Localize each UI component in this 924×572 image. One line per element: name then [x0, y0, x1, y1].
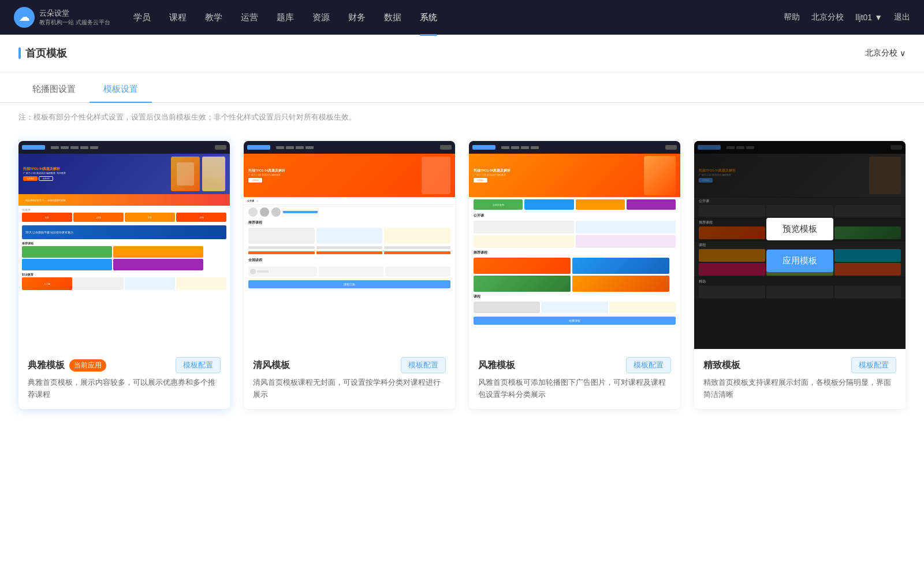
nav-item-courses[interactable]: 课程	[169, 10, 187, 25]
template-footer-4: 精致模板 模板配置 精致首页模板支持课程展示封面，各模板分隔明显，界面简洁清晰	[694, 349, 906, 409]
template-footer-3: 风雅模板 模板配置 风雅首页模板可添加轮播图下广告图片，可对课程及课程包设置学科…	[469, 349, 680, 409]
page-title: 首页模板	[18, 46, 67, 60]
current-badge-1: 当前应用	[69, 359, 106, 372]
logo-text: 云朵设堂 教育机构一站 式服务云平台	[39, 9, 110, 26]
main-nav: 学员 课程 教学 运营 题库 资源 财务 数据 系统	[133, 10, 784, 25]
nav-item-operations[interactable]: 运营	[241, 10, 258, 25]
help-link[interactable]: 帮助	[784, 12, 800, 23]
config-button-1[interactable]: 模板配置	[176, 357, 221, 373]
config-button-2[interactable]: 模板配置	[401, 357, 446, 373]
template-preview-3[interactable]: 托福TPO1-54真题及解析 广 听力 口语 英语语法 编程教育 立即购买 全科…	[469, 141, 680, 349]
navbar: ☁ 云朵设堂 教育机构一站 式服务云平台 学员 课程 教学 运营 题库 资源 财…	[0, 0, 924, 35]
apply-button-4[interactable]: 应用模板	[766, 250, 833, 272]
chevron-down-icon: ∨	[900, 49, 906, 58]
template-grid: 托福TPO1-54真题及解析 广 听力 口语 英语语法 编程教育 写作教育 立即…	[0, 132, 924, 432]
template-preview-1[interactable]: 托福TPO1-54真题及解析 广 听力 口语 英语语法 编程教育 写作教育 立即…	[18, 141, 230, 349]
branch-selector[interactable]: 北京分校 ∨	[865, 48, 906, 58]
nav-item-system[interactable]: 系统	[420, 10, 437, 25]
template-desc-4: 精致首页模板支持课程展示封面，各模板分隔明显，界面简洁清晰	[703, 377, 896, 401]
tab-template[interactable]: 模板设置	[90, 77, 152, 103]
template-card-3: 托福TPO1-54真题及解析 广 听力 口语 英语语法 编程教育 立即购买 全科…	[469, 141, 680, 409]
nav-item-data[interactable]: 数据	[384, 10, 401, 25]
user-menu[interactable]: lljt01 ▼	[855, 13, 882, 22]
template-desc-1: 典雅首页模板，展示内容较多，可以展示优惠券和多个推荐课程	[28, 377, 221, 401]
page-header: 首页模板 北京分校 ∨	[0, 35, 924, 72]
template-preview-2[interactable]: 托福TPO1-54真题及解析 广 听力 口语 英语语法 编程教育 立即购买 公开…	[244, 141, 455, 349]
mock-preview-3: 托福TPO1-54真题及解析 广 听力 口语 英语语法 编程教育 立即购买 全科…	[469, 141, 680, 349]
template-footer-1: 典雅模板 当前应用 模板配置 典雅首页模板，展示内容较多，可以展示优惠券和多个推…	[18, 349, 230, 409]
template-desc-2: 清风首页模板课程无封面，可设置按学科分类对课程进行展示	[253, 377, 446, 401]
template-preview-4[interactable]: 托福TPO1-54真题及解析 广 听力 口语 英语语法 编程教育 立即购买 公开…	[694, 141, 906, 349]
branch-link[interactable]: 北京分校	[811, 12, 844, 23]
note-bar: 注：模板有部分个性化样式设置，设置后仅当前模板生效；非个性化样式设置后只针对所有…	[0, 103, 924, 132]
nav-item-finance[interactable]: 财务	[348, 10, 366, 25]
template-desc-3: 风雅首页模板可添加轮播图下广告图片，可对课程及课程包设置学科分类展示	[478, 377, 671, 401]
template-card-1: 托福TPO1-54真题及解析 广 听力 口语 英语语法 编程教育 写作教育 立即…	[18, 141, 230, 409]
config-button-3[interactable]: 模板配置	[626, 357, 671, 373]
template-name-4: 精致模板	[703, 359, 740, 372]
page-container: 首页模板 北京分校 ∨ 轮播图设置 模板设置 注：模板有部分个性化样式设置，设置…	[0, 35, 924, 572]
config-button-4[interactable]: 模板配置	[851, 357, 896, 373]
logout-link[interactable]: 退出	[894, 12, 910, 23]
navbar-right: 帮助 北京分校 lljt01 ▼ 退出	[784, 12, 910, 23]
nav-item-teaching[interactable]: 教学	[205, 10, 222, 25]
template-name-3: 风雅模板	[478, 359, 515, 372]
nav-item-resources[interactable]: 资源	[312, 10, 330, 25]
logo[interactable]: ☁ 云朵设堂 教育机构一站 式服务云平台	[14, 7, 110, 28]
template-card-2: 托福TPO1-54真题及解析 广 听力 口语 英语语法 编程教育 立即购买 公开…	[244, 141, 455, 409]
template-name-2: 清风模板	[253, 359, 290, 372]
nav-item-students[interactable]: 学员	[133, 10, 151, 25]
mock-preview-1: 托福TPO1-54真题及解析 广 听力 口语 英语语法 编程教育 写作教育 立即…	[18, 141, 230, 349]
preview-button-4[interactable]: 预览模板	[766, 218, 833, 240]
mock-preview-2: 托福TPO1-54真题及解析 广 听力 口语 英语语法 编程教育 立即购买 公开…	[244, 141, 455, 349]
logo-icon: ☁	[14, 7, 35, 28]
template-name-1: 典雅模板	[28, 359, 65, 372]
tab-carousel[interactable]: 轮播图设置	[18, 77, 90, 103]
template-card-4: 托福TPO1-54真题及解析 广 听力 口语 英语语法 编程教育 立即购买 公开…	[694, 141, 906, 409]
template-footer-2: 清风模板 模板配置 清风首页模板课程无封面，可设置按学科分类对课程进行展示	[244, 349, 455, 409]
tabs-bar: 轮播图设置 模板设置	[0, 77, 924, 103]
template-active-overlay-4: 预览模板 应用模板	[694, 141, 906, 349]
note-text: 注：模板有部分个性化样式设置，设置后仅当前模板生效；非个性化样式设置后只针对所有…	[18, 113, 356, 121]
nav-item-questions[interactable]: 题库	[277, 10, 294, 25]
